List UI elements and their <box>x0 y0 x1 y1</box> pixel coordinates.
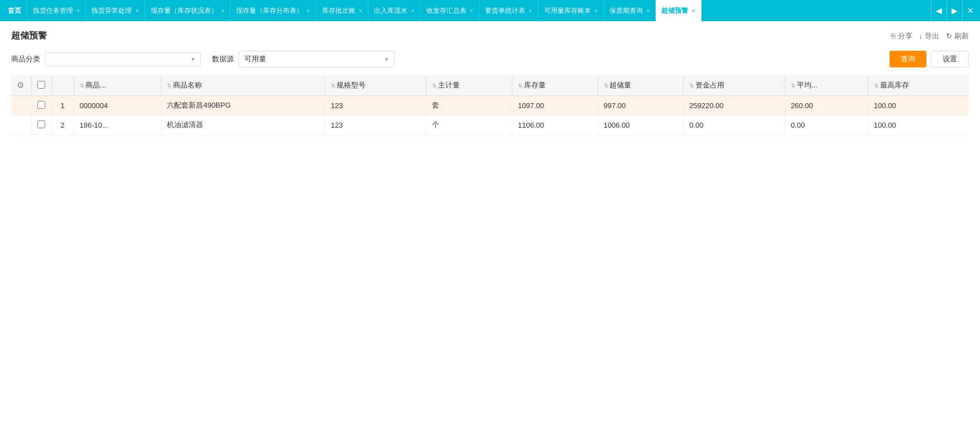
nav-prev-button[interactable]: ◀ <box>931 0 947 21</box>
sort-icon: ⇅ <box>167 83 173 89</box>
row-checkbox-cell[interactable] <box>31 96 51 115</box>
sort-icon: ⇅ <box>518 83 524 89</box>
sku-name-cell: 机油滤清器 <box>161 115 325 135</box>
nav-tab-overstock-warning[interactable]: 超储预警 × <box>656 0 701 21</box>
set-button[interactable]: 设置 <box>931 51 969 67</box>
max-stock-cell: 100.00 <box>868 96 969 115</box>
sort-icon: ⇅ <box>874 83 880 89</box>
page-title: 超储预警 <box>11 30 47 42</box>
page-header: 超储预警 ⎘ 分享 ↓ 导出 ↻ 刷新 <box>11 30 969 42</box>
row-checkbox[interactable] <box>37 101 45 109</box>
nav-tab-order-stat[interactable]: 要货单统计表 × <box>479 0 538 21</box>
datasource-label: 数据源 <box>212 54 234 64</box>
export-icon: ↓ <box>919 32 923 40</box>
data-table: ⚙ ⇅ 商品... ⇅ 商品名称 ⇅ 规格型号 ⇅ 主计量 <box>11 75 969 135</box>
max-stock-column-header[interactable]: ⇅ 最高库存 <box>868 75 969 96</box>
close-icon[interactable]: × <box>306 7 310 14</box>
nav-tab-inventory-dist[interactable]: 现存量（库存分布表） × <box>230 0 316 21</box>
nav-tab-avail-account[interactable]: 可用量库存账本 × <box>539 0 604 21</box>
close-icon[interactable]: × <box>221 7 224 14</box>
nav-tab-batch-account[interactable]: 库存批次账 × <box>316 0 368 21</box>
stock-cell: 1106.00 <box>512 115 598 135</box>
refresh-icon: ↻ <box>946 32 952 40</box>
row-num-cell: 2 <box>51 115 74 135</box>
nav-next-button[interactable]: ▶ <box>947 0 962 21</box>
spec-column-header[interactable]: ⇅ 规格型号 <box>325 75 426 96</box>
settings-icon[interactable]: ⚙ <box>17 80 24 90</box>
row-settings-cell <box>11 96 31 115</box>
close-icon[interactable]: × <box>411 7 414 14</box>
row-num-cell: 1 <box>51 96 74 115</box>
capital-cell: 0.00 <box>684 115 785 135</box>
top-navigation: 首页 拣货任务管理 × 拣货异常处理 × 现存量（库存状况表） × 现存量（库存… <box>0 0 980 21</box>
nav-close-button[interactable]: ✕ <box>962 0 978 21</box>
sku-code-column-header[interactable]: ⇅ 商品... <box>74 75 161 96</box>
refresh-button[interactable]: ↻ 刷新 <box>946 31 969 41</box>
table-body: 1 0000004 六配套新昌490BPG 123 套 1097.00 997.… <box>11 96 969 135</box>
sort-icon: ⇅ <box>80 83 86 89</box>
table-header-row: ⚙ ⇅ 商品... ⇅ 商品名称 ⇅ 规格型号 ⇅ 主计量 <box>11 75 969 96</box>
filter-actions: 查询 设置 <box>890 51 969 67</box>
stock-cell: 1097.00 <box>512 96 598 115</box>
sku-name-column-header[interactable]: ⇅ 商品名称 <box>161 75 325 96</box>
chevron-down-icon: ▾ <box>191 56 195 63</box>
table-row: 2 186-10... 机油滤清器 123 个 1106.00 1006.00 … <box>11 115 969 135</box>
sku-code-cell: 186-10... <box>74 115 161 135</box>
share-button[interactable]: ⎘ 分享 <box>891 31 912 41</box>
row-checkbox-cell[interactable] <box>31 115 51 135</box>
datasource-select[interactable]: 可用量 ▾ <box>238 51 395 67</box>
close-icon[interactable]: × <box>359 7 362 14</box>
spec-cell: 123 <box>325 96 426 115</box>
close-icon[interactable]: × <box>594 7 598 14</box>
main-content: 超储预警 ⎘ 分享 ↓ 导出 ↻ 刷新 商品分类 ▾ 数据源 <box>0 21 980 446</box>
checkbox-column-header[interactable] <box>31 75 51 96</box>
close-icon[interactable]: × <box>646 7 650 14</box>
stock-column-header[interactable]: ⇅ 库存量 <box>512 75 598 96</box>
capital-column-header[interactable]: ⇅ 资金占用 <box>684 75 785 96</box>
sort-icon: ⇅ <box>432 83 438 89</box>
unit-cell: 个 <box>426 115 512 135</box>
unit-cell: 套 <box>426 96 512 115</box>
avg-column-header[interactable]: ⇅ 平均... <box>785 75 868 96</box>
capital-cell: 259220.00 <box>684 96 785 115</box>
table-row: 1 0000004 六配套新昌490BPG 123 套 1097.00 997.… <box>11 96 969 115</box>
table-header: ⚙ ⇅ 商品... ⇅ 商品名称 ⇅ 规格型号 ⇅ 主计量 <box>11 75 969 96</box>
sort-icon: ⇅ <box>791 83 797 89</box>
nav-tab-quality-check[interactable]: 保质期查询 × <box>604 0 656 21</box>
datasource-filter: 数据源 可用量 ▾ <box>212 51 395 67</box>
nav-tab-inventory-status[interactable]: 现存量（库存状况表） × <box>145 0 230 21</box>
share-icon: ⎘ <box>891 32 896 40</box>
header-actions: ⎘ 分享 ↓ 导出 ↻ 刷新 <box>891 31 969 41</box>
settings-column-header[interactable]: ⚙ <box>11 75 31 96</box>
avg-cell: 260.00 <box>785 96 868 115</box>
sort-icon: ⇅ <box>689 83 695 89</box>
sku-name-cell: 六配套新昌490BPG <box>161 96 325 115</box>
row-checkbox[interactable] <box>37 120 45 128</box>
nav-tab-home[interactable]: 首页 <box>2 0 27 21</box>
overstock-cell: 1006.00 <box>598 115 684 135</box>
num-column-header <box>51 75 74 96</box>
nav-tab-recv-send[interactable]: 收发存汇总表 × <box>421 0 479 21</box>
close-icon[interactable]: × <box>470 7 473 14</box>
category-select[interactable]: ▾ <box>45 52 201 66</box>
chevron-down-icon: ▾ <box>385 56 388 63</box>
close-icon[interactable]: × <box>529 7 532 14</box>
close-icon[interactable]: × <box>135 7 138 14</box>
select-all-checkbox[interactable] <box>37 81 45 89</box>
close-icon[interactable]: × <box>691 7 695 14</box>
export-button[interactable]: ↓ 导出 <box>919 31 940 41</box>
sku-code-cell: 0000004 <box>74 96 161 115</box>
spec-cell: 123 <box>325 115 426 135</box>
nav-tab-in-out-flow[interactable]: 出入库流水 × <box>368 0 420 21</box>
datasource-select-value: 可用量 <box>244 54 385 64</box>
avg-cell: 0.00 <box>785 115 868 135</box>
row-settings-cell <box>11 115 31 135</box>
nav-tab-abnormal[interactable]: 拣货异常处理 × <box>86 0 145 21</box>
category-filter: 商品分类 ▾ <box>11 52 201 66</box>
close-icon[interactable]: × <box>76 7 80 14</box>
nav-tab-task-mgmt[interactable]: 拣货任务管理 × <box>27 0 86 21</box>
query-button[interactable]: 查询 <box>890 51 926 67</box>
overstock-cell: 997.00 <box>598 96 684 115</box>
unit-column-header[interactable]: ⇅ 主计量 <box>426 75 512 96</box>
overstock-column-header[interactable]: ⇅ 超储量 <box>598 75 684 96</box>
